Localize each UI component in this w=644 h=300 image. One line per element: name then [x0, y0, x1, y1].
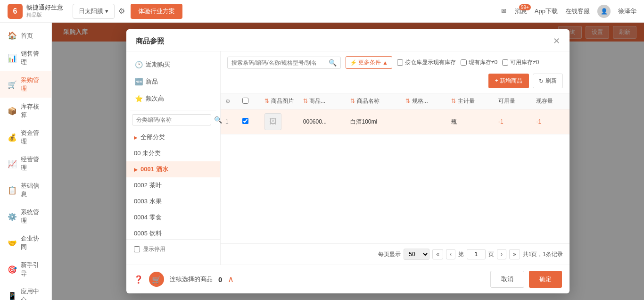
last-page-button[interactable]: » — [509, 249, 520, 259]
category-0005[interactable]: 0005 饮料 — [126, 225, 220, 239]
top-nav: 6 畅捷通好生意 精品版 日太阳膜 ▾ ⚙ 体验行业方案 ✉ 99+ 消息 Ap… — [0, 0, 644, 23]
th-spec: ⇅ 规格... — [401, 93, 446, 109]
product-image: 🖼 — [264, 113, 281, 130]
sidebar-item-collab[interactable]: 🤝 企业协同 — [0, 230, 51, 256]
th-stock: 现存量 — [531, 93, 570, 109]
table-row[interactable]: 1 🖼 000600... 白酒100ml 瓶 — [221, 109, 570, 134]
existing-stock-checkbox[interactable] — [461, 59, 467, 66]
check-by-warehouse[interactable]: 按仓库显示现有库存 — [397, 58, 456, 67]
table-header-row: ⚙ ⇅ 商品图片 ⇅ 商品... — [221, 93, 570, 109]
product-search-input[interactable] — [231, 59, 326, 66]
product-table-wrap: ⚙ ⇅ 商品图片 ⇅ 商品... — [221, 93, 570, 243]
sidebar-item-apps[interactable]: 📱 应用中心 — [0, 283, 51, 300]
select-all-checkbox[interactable] — [242, 98, 248, 104]
filter-label: 更多条件 — [358, 58, 381, 67]
logo-icon: 6 — [8, 4, 23, 19]
category-0002-label: 0002 茶叶 — [134, 181, 162, 190]
th-available-label: 可用量 — [498, 98, 515, 104]
th-unit: ⇅ 主计量 — [446, 93, 494, 109]
purchase-icon: 🛒 — [8, 80, 17, 89]
tab-new-products[interactable]: 🆕 新品 — [130, 74, 216, 89]
category-0004[interactable]: 0004 零食 — [126, 209, 220, 225]
sidebar-item-purchase[interactable]: 🛒 采购管理 — [0, 71, 51, 98]
sidebar-item-base-info[interactable]: 📋 基础信息 — [0, 177, 51, 203]
category-0003[interactable]: 0003 水果 — [126, 193, 220, 209]
show-disabled-checkbox[interactable] — [134, 246, 140, 252]
th-name-label: 商品名称 — [357, 98, 380, 104]
category-list: ▶ 全部分类 00 未分类 ▶ 0001 酒水 0002 茶 — [126, 129, 220, 239]
check-existing-stock[interactable]: 现有库存≠0 — [461, 58, 497, 67]
cell-img: 🖼 — [260, 109, 298, 134]
available-stock-checkbox[interactable] — [502, 59, 508, 66]
first-page-button[interactable]: « — [432, 249, 443, 259]
sidebar-label-inventory: 库存核算 — [21, 102, 44, 119]
category-search-icon[interactable]: 🔍 — [214, 116, 222, 124]
tenant-dropdown[interactable]: 日太阳膜 ▾ — [73, 4, 115, 19]
th-stock-label: 现存量 — [536, 98, 553, 104]
tab-recent-purchase[interactable]: 🕐 近期购买 — [130, 57, 216, 72]
sidebar-item-inventory[interactable]: 📦 库存核算 — [0, 98, 51, 124]
home-icon: 🏠 — [8, 31, 17, 40]
category-search-input[interactable] — [132, 114, 211, 125]
trial-button[interactable]: 体验行业方案 — [131, 4, 182, 19]
category-0002[interactable]: 0002 茶叶 — [126, 177, 220, 193]
business-icon: 📈 — [8, 159, 17, 168]
modal-close-button[interactable]: ✕ — [553, 36, 560, 46]
tab-new-label: 新品 — [146, 77, 158, 86]
modal-left-panel: 🕐 近期购买 🆕 新品 ⭐ 频次高 — [126, 51, 221, 265]
confirm-button[interactable]: 确定 — [529, 271, 562, 288]
row-checkbox[interactable] — [242, 118, 248, 124]
category-00[interactable]: 00 未分类 — [126, 145, 220, 161]
online-service-link[interactable]: 在线客服 — [565, 7, 590, 16]
filter-button[interactable]: ⚡ 更多条件 ▲ — [346, 56, 392, 69]
category-0001[interactable]: ▶ 0001 酒水 — [126, 161, 220, 177]
cancel-button[interactable]: 取消 — [490, 271, 524, 288]
sidebar-item-home[interactable]: 🏠 首页 — [0, 26, 51, 45]
gear-icon[interactable]: ⚙ — [118, 7, 125, 16]
tab-frequent[interactable]: ⭐ 频次高 — [130, 91, 216, 106]
th-img: ⇅ 商品图片 — [260, 93, 298, 109]
search-icon[interactable]: 🔍 — [329, 59, 337, 67]
sidebar-label-finance: 资金管理 — [21, 129, 44, 146]
th-settings[interactable]: ⚙ — [221, 93, 238, 109]
message-area[interactable]: ✉ 99+ 消息 — [501, 7, 527, 16]
clock-icon: 🕐 — [135, 61, 143, 68]
layout: 🏠 首页 📊 销售管理 🛒 采购管理 📦 库存核算 💰 资金管理 📈 经营管理 … — [0, 23, 644, 300]
cart-icon[interactable]: 🛒 — [149, 272, 164, 287]
sidebar-item-guide[interactable]: 🎯 新手引导 — [0, 256, 51, 283]
app-download-link[interactable]: App下载 — [535, 7, 558, 16]
th-code: ⇅ 商品... — [298, 93, 346, 109]
modal-body: 🕐 近期购买 🆕 新品 ⭐ 频次高 — [126, 51, 570, 265]
page-number-input[interactable] — [467, 249, 486, 259]
check-available-stock[interactable]: 可用库存≠0 — [502, 58, 539, 67]
sidebar-item-system[interactable]: ⚙️ 系统管理 — [0, 203, 51, 230]
add-product-button[interactable]: + 新增商品 — [488, 74, 529, 88]
filter-icon: ⚡ — [350, 59, 357, 66]
star-icon: ⭐ — [135, 95, 143, 102]
cart-label: 连续选择的商品 — [170, 275, 213, 283]
avatar[interactable]: 👤 — [597, 5, 611, 18]
per-page-select[interactable]: 50 20 100 — [404, 249, 429, 260]
sidebar-item-business[interactable]: 📈 经营管理 — [0, 150, 51, 177]
avatar-initial: 👤 — [601, 8, 608, 15]
cell-checkbox[interactable] — [238, 109, 260, 134]
refresh-button[interactable]: ↻ 刷新 — [533, 74, 563, 88]
help-icon[interactable]: ❓ — [134, 275, 143, 284]
th-checkbox[interactable] — [238, 93, 260, 109]
new-icon: 🆕 — [135, 78, 143, 85]
sidebar-label-sales: 销售管理 — [21, 50, 44, 67]
cell-available: -1 — [494, 109, 532, 134]
next-page-button[interactable]: › — [497, 249, 506, 259]
th-spec-sort-icon: ⇅ — [405, 98, 410, 104]
prev-page-button[interactable]: ‹ — [446, 249, 455, 259]
tenant-name: 日太阳膜 — [79, 7, 103, 16]
th-available: 可用量 — [494, 93, 532, 109]
collapse-icon[interactable]: ∧ — [228, 274, 234, 284]
page-suffix-label: 页 — [488, 250, 494, 258]
sidebar-item-finance[interactable]: 💰 资金管理 — [0, 124, 51, 150]
category-0005-label: 0005 饮料 — [134, 229, 162, 238]
sidebar-item-sales[interactable]: 📊 销售管理 — [0, 45, 51, 71]
warehouse-checkbox[interactable] — [397, 59, 403, 66]
category-all[interactable]: ▶ 全部分类 — [126, 129, 220, 145]
sidebar-label-collab: 企业协同 — [21, 234, 44, 251]
